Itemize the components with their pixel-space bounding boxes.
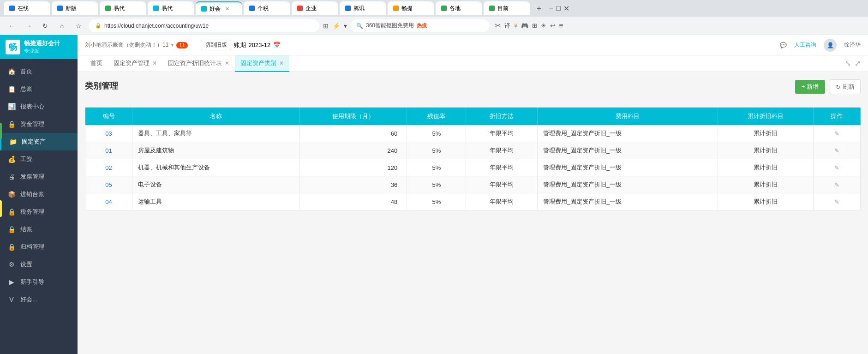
close-fixed-asset-mgmt-icon[interactable]: ✕	[152, 60, 157, 66]
cell-action[interactable]: ✎	[813, 176, 860, 193]
edit-icon[interactable]: ✎	[834, 164, 839, 171]
currency-icon[interactable]: ¥	[514, 22, 517, 29]
switch-version-btn[interactable]: 切到旧版	[201, 40, 231, 50]
dropdown-arrow[interactable]: ▾	[171, 42, 174, 48]
col-method: 折旧方法	[466, 108, 537, 126]
home-btn[interactable]: ⌂	[55, 19, 68, 32]
grid-icon[interactable]: ⊞	[532, 22, 537, 29]
user-info: 刘小艳演示账套（勿删勿动！）11 ▾ 11	[85, 41, 188, 49]
cell-action[interactable]: ✎	[813, 142, 860, 159]
browser-tab-muqian[interactable]: 目前	[484, 1, 530, 15]
browser-tab-new[interactable]: 新版	[52, 1, 98, 15]
cell-residual: 5%	[407, 142, 466, 159]
browser-tab-yidai1[interactable]: 易代	[100, 1, 146, 15]
minimize-btn[interactable]: −	[549, 4, 553, 12]
sidebar-item-settings[interactable]: ⚙ 设置	[0, 256, 78, 273]
sidebar-item-reports-label: 报表中心	[20, 102, 44, 111]
search-text: 360智能抠图免费用	[366, 22, 414, 30]
site-settings-icon[interactable]: ⊞	[323, 22, 329, 30]
close-category-icon[interactable]: ✕	[279, 60, 284, 66]
col-action: 操作	[813, 108, 860, 126]
sidebar-item-fixed-assets[interactable]: 📁 固定资产	[0, 133, 78, 150]
cell-action[interactable]: ✎	[813, 159, 860, 176]
col-months: 使用期限（月）	[299, 108, 407, 126]
translate-icon[interactable]: 译	[504, 22, 510, 30]
menu-icon[interactable]: ≡	[559, 22, 563, 30]
browser-tab-haohui[interactable]: 好会 ✕	[196, 1, 242, 15]
sidebar-item-guide[interactable]: ▶ 新手引导	[0, 273, 78, 291]
tab-expand-btn[interactable]: ⤡ ⤢	[845, 59, 861, 68]
browser-tab-tencent[interactable]: 腾讯	[340, 1, 386, 15]
refresh-btn[interactable]: ↻ 刷新	[830, 79, 861, 94]
forward-btn[interactable]: →	[22, 19, 35, 32]
cell-action[interactable]: ✎	[813, 125, 860, 142]
close-depreciation-icon[interactable]: ✕	[225, 60, 229, 66]
hot-label: 热搜	[417, 22, 427, 29]
fixed-assets-icon: 📁	[9, 138, 17, 146]
sidebar-item-fixed-assets-label: 固定资产	[22, 138, 46, 146]
new-tab-btn[interactable]: ＋	[535, 4, 543, 13]
cell-expense: 管理费用_固定资产折旧_一级	[537, 176, 718, 193]
sidebar-item-home[interactable]: 🏠 首页	[0, 63, 78, 80]
app-container: 畅 畅捷通好会计 专业版 🏠 首页 📋 总账 📊 报表中心 🔒	[0, 35, 868, 354]
lightning-icon[interactable]: ⚡	[332, 22, 340, 30]
cell-months: 60	[299, 125, 407, 142]
sidebar-item-more[interactable]: V 好会...	[0, 291, 78, 308]
sidebar-item-settlement[interactable]: 🔒 结账	[0, 221, 78, 238]
edit-icon[interactable]: ✎	[834, 147, 839, 154]
calendar-icon[interactable]: 📅	[273, 42, 281, 48]
edit-icon[interactable]: ✎	[834, 181, 839, 188]
maximize-btn[interactable]: □	[556, 4, 561, 12]
sidebar-item-general-ledger[interactable]: 📋 总账	[0, 80, 78, 98]
sun-icon[interactable]: ☀	[541, 22, 546, 29]
cell-method: 年限平均	[466, 176, 537, 193]
cell-accumulated: 累计折旧	[718, 125, 813, 142]
close-tab-icon[interactable]: ✕	[225, 6, 229, 12]
sidebar-item-inventory[interactable]: 📦 进销台账	[0, 186, 78, 203]
scissors-icon[interactable]: ✂	[495, 21, 501, 30]
page-tab-fixed-asset-mgmt[interactable]: 固定资产管理 ✕	[108, 55, 162, 72]
reload-btn[interactable]: ↻	[39, 19, 52, 32]
consult-icon[interactable]: 💬	[780, 42, 787, 48]
sidebar-item-reports[interactable]: 📊 报表中心	[0, 98, 78, 115]
page-tab-home[interactable]: 首页	[85, 55, 108, 72]
close-window-btn[interactable]: ✕	[563, 4, 569, 13]
notification-count: 11	[176, 42, 187, 48]
browser-tab-geshui[interactable]: 个税	[244, 1, 290, 15]
bookmark-btn[interactable]: ☆	[72, 19, 85, 32]
browser-tab-gedi[interactable]: 各地	[436, 1, 482, 15]
collapse-icon[interactable]: ⤡	[845, 59, 851, 68]
sidebar-item-home-label: 首页	[20, 67, 32, 76]
game-icon[interactable]: 🎮	[521, 22, 528, 29]
address-bar[interactable]: 🔒 https://cloud.chanjet.com/accounting/u…	[89, 19, 319, 32]
cell-residual: 5%	[407, 176, 466, 193]
browser-tab-bar: 在线 新版 易代 易代 好会 ✕ 个税 企业 腾讯 畅提 各地 目前 ＋	[0, 0, 868, 17]
browser-tab-online[interactable]: 在线	[4, 1, 50, 15]
edit-icon[interactable]: ✎	[834, 130, 839, 137]
page-tab-category[interactable]: 固定资产类别 ✕	[235, 55, 289, 72]
undo-icon[interactable]: ↩	[550, 22, 555, 29]
cell-action[interactable]: ✎	[813, 193, 860, 210]
cell-name: 机器、机械和其他生产设备	[132, 159, 300, 176]
edit-icon[interactable]: ✎	[834, 198, 839, 205]
search-bar[interactable]: 🔍 360智能抠图免费用 热搜	[351, 19, 489, 32]
sidebar-item-invoice[interactable]: 🖨 发票管理	[0, 168, 78, 186]
user-avatar[interactable]: 👤	[824, 39, 837, 52]
back-btn[interactable]: ←	[6, 19, 18, 32]
browser-tab-yidai2[interactable]: 易代	[148, 1, 194, 15]
sidebar-item-tax[interactable]: 🔒 税务管理	[0, 203, 78, 221]
expand-icon[interactable]: ⤢	[855, 59, 861, 68]
sidebar-item-fund[interactable]: 🔒 资金管理	[0, 115, 78, 133]
top-bar: 刘小艳演示账套（勿删勿动！）11 ▾ 11 切到旧版 账期 2023-12 📅 …	[78, 35, 868, 55]
add-btn[interactable]: + 新增	[795, 80, 825, 94]
dropdown-arrow-icon[interactable]: ▾	[344, 22, 347, 30]
page-tab-depreciation[interactable]: 固定资产折旧统计表 ✕	[162, 55, 235, 72]
browser-tab-changjie[interactable]: 畅提	[388, 1, 434, 15]
browser-tab-enterprise[interactable]: 企业	[292, 1, 338, 15]
sidebar-item-settlement-label: 结账	[20, 225, 32, 234]
consult-label[interactable]: 人工咨询	[794, 41, 816, 49]
sidebar-item-payroll[interactable]: 💰 工资	[0, 150, 78, 168]
main-content: 刘小艳演示账套（勿删勿动！）11 ▾ 11 切到旧版 账期 2023-12 📅 …	[78, 35, 868, 354]
sidebar-item-archive[interactable]: 🔒 归档管理	[0, 238, 78, 256]
cell-accumulated: 累计折旧	[718, 159, 813, 176]
